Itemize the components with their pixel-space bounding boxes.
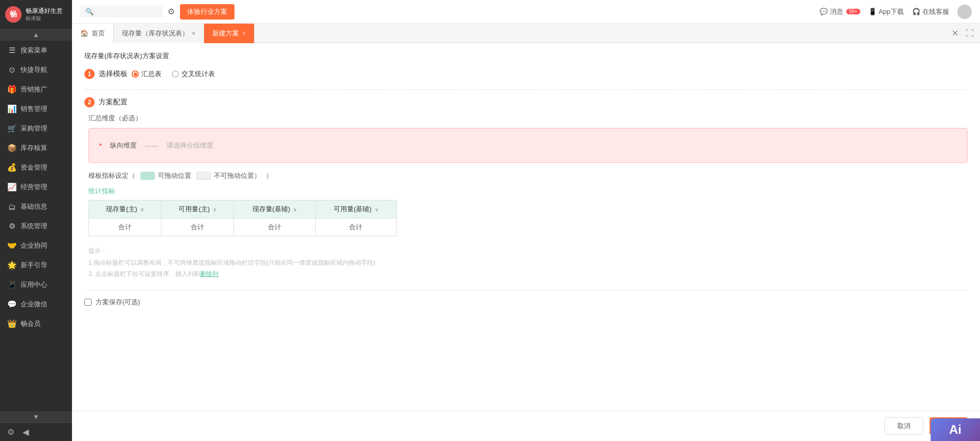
th-current-qty-main[interactable]: 现存量(主) ∨ <box>89 200 161 218</box>
tab-inventory-status[interactable]: 现存量（库存状况表） × <box>114 24 204 43</box>
messages-item[interactable]: 💬 消息 99+ <box>820 7 860 16</box>
sidebar-item-system[interactable]: ⚙ 系统管理 <box>0 216 72 236</box>
radio-crosstab[interactable]: 交叉统计表 <box>172 69 215 79</box>
topbar-search-box[interactable]: 🔍 <box>80 6 162 17</box>
section-scheme-config: 2 方案配置 汇总维度（必选） * 纵向维度 —— 请选择分组维度 模板指标设定… <box>84 97 968 280</box>
cancel-button[interactable]: 取消 <box>884 417 923 435</box>
trial-button[interactable]: 体验行业方案 <box>180 4 234 20</box>
marketing-icon: 🎁 <box>7 85 16 94</box>
section2-title: 方案配置 <box>99 98 128 107</box>
not-draggable-box <box>196 172 211 180</box>
th-available-qty-aux-chevron[interactable]: ∨ <box>375 207 378 212</box>
sidebar-item-finance[interactable]: 💰 资金管理 <box>0 158 72 177</box>
th-available-qty-aux[interactable]: 可用量(基辅) ∨ <box>315 200 396 218</box>
summary-dimension-label: 汇总维度（必选） <box>88 114 968 123</box>
sidebar-item-marketing[interactable]: 🎁 营销推广 <box>0 80 72 99</box>
tab-inventory-status-label: 现存量（库存状况表） <box>122 29 189 38</box>
radio-summary-table[interactable]: 汇总表 <box>132 69 161 79</box>
app-download-item[interactable]: 📱 App下载 <box>868 7 904 16</box>
ai-badge[interactable]: Ai <box>931 418 980 441</box>
messages-badge: 99+ <box>846 9 860 14</box>
indicator-setting-label: 模板指标设定（ <box>88 171 135 180</box>
sidebar: 畅 畅康通好生意 标准版 ▲ ☰ 搜索菜单 ⊙ 快捷导航 🎁 营销推广 📊 销售… <box>0 0 72 441</box>
stats-table: 现存量(主) ∨ 可用量(主) ∨ <box>88 200 397 236</box>
th-available-qty-main-chevron[interactable]: ∨ <box>213 207 216 212</box>
topbar-gear-icon[interactable]: ⚙ <box>168 7 175 16</box>
sidebar-item-label: 经营管理 <box>21 182 47 192</box>
sidebar-item-search-menu[interactable]: ☰ 搜索菜单 <box>0 41 72 60</box>
sidebar-item-cooperation[interactable]: 🤝 企业协同 <box>0 236 72 255</box>
draggable-label: 可拖动位置 <box>158 171 191 180</box>
delete-column-link[interactable]: 删除列 <box>200 270 219 278</box>
inventory-icon: 📦 <box>7 143 16 153</box>
tab-inventory-status-close[interactable]: × <box>192 30 195 37</box>
user-avatar[interactable] <box>957 5 972 19</box>
dimension-dash: —— <box>145 142 158 150</box>
tab-new-scheme[interactable]: 新建方案 × <box>204 24 255 43</box>
sidebar-item-inventory[interactable]: 📦 库存核算 <box>0 138 72 158</box>
section2-header: 2 方案配置 <box>84 97 968 107</box>
sidebar-item-label: 畅会员 <box>21 319 41 328</box>
sidebar-item-wechat[interactable]: 💬 企业微信 <box>0 295 72 314</box>
tab-new-scheme-label: 新建方案 <box>212 29 239 38</box>
save-row: 方案保存(可选) <box>84 290 968 307</box>
th-current-qty-main-chevron[interactable]: ∨ <box>140 207 144 212</box>
td-available-qty-aux-total: 合计 <box>315 218 396 236</box>
section2-body: 汇总维度（必选） * 纵向维度 —— 请选择分组维度 模板指标设定（ 可拖动位置 <box>84 114 968 280</box>
collapse-sidebar-icon[interactable]: ◀ <box>23 427 29 437</box>
sidebar-item-label: 库存核算 <box>21 143 47 153</box>
radio-crosstab-label: 交叉统计表 <box>182 69 215 79</box>
tab-home[interactable]: 🏠 首页 <box>72 24 114 43</box>
section1-title: 选择模板 <box>99 69 128 79</box>
dimension-area: * 纵向维度 —— 请选择分组维度 <box>88 128 968 163</box>
save-scheme-checkbox[interactable] <box>84 299 92 306</box>
sidebar-footer: ⚙ ◀ <box>0 422 72 441</box>
sidebar-scroll-down[interactable]: ▼ <box>0 411 72 422</box>
sidebar-item-purchase[interactable]: 🛒 采购管理 <box>0 119 72 138</box>
sidebar-item-onboarding[interactable]: 🌟 新手引导 <box>0 255 72 275</box>
tabs-bar: 🏠 首页 现存量（库存状况表） × 新建方案 × ✕ ⛶ <box>72 24 980 43</box>
app-center-icon: 📱 <box>7 280 16 289</box>
tab-home-label: 首页 <box>92 29 105 38</box>
logo-text-block: 畅康通好生意 标准版 <box>26 7 63 23</box>
membership-icon: 👑 <box>7 319 16 328</box>
settings-icon[interactable]: ⚙ <box>7 427 14 437</box>
app-name: 畅康通好生意 <box>26 7 63 15</box>
stats-section-label: 统计指标 <box>88 187 968 196</box>
purchase-icon: 🛒 <box>7 124 16 133</box>
search-input[interactable] <box>97 8 157 15</box>
th-available-qty-main[interactable]: 可用量(主) ∨ <box>161 200 234 218</box>
sidebar-item-sales[interactable]: 📊 销售管理 <box>0 99 72 119</box>
sidebar-item-operations[interactable]: 📈 经营管理 <box>0 177 72 197</box>
topbar: 🔍 ⚙ 体验行业方案 💬 消息 99+ 📱 App下载 🎧 在线客服 <box>72 0 980 24</box>
th-current-qty-aux[interactable]: 现存量(基辅) ∨ <box>234 200 315 218</box>
wechat-icon: 💬 <box>7 300 16 309</box>
sidebar-item-basic-info[interactable]: 🗂 基础信息 <box>0 197 72 216</box>
save-scheme-label: 方案保存(可选) <box>96 298 140 307</box>
sidebar-item-label: 资金管理 <box>21 163 47 172</box>
window-expand-btn[interactable]: ⛶ <box>964 28 976 39</box>
cooperation-icon: 🤝 <box>7 241 16 250</box>
operations-icon: 📈 <box>7 182 16 192</box>
messages-label: 消息 <box>830 7 843 16</box>
sales-icon: 📊 <box>7 104 16 114</box>
headset-icon: 🎧 <box>912 8 920 15</box>
dimension-placeholder: 请选择分组维度 <box>167 141 213 150</box>
sidebar-nav: ☰ 搜索菜单 ⊙ 快捷导航 🎁 营销推广 📊 销售管理 🛒 采购管理 📦 库存核… <box>0 41 72 411</box>
section1-number: 1 <box>84 69 95 79</box>
th-current-qty-main-label: 现存量(主) <box>106 205 137 214</box>
sidebar-scroll-up[interactable]: ▲ <box>0 29 72 41</box>
window-close-btn[interactable]: ✕ <box>950 27 960 39</box>
sidebar-item-label: 采购管理 <box>21 124 47 133</box>
topbar-right: 💬 消息 99+ 📱 App下载 🎧 在线客服 <box>820 5 972 19</box>
sidebar-item-app-center[interactable]: 📱 应用中心 <box>0 275 72 295</box>
tips-item-2: 2. 点击标题栏下拉可设置排序、插入列和删除列 <box>88 269 968 280</box>
sidebar-item-quick-nav[interactable]: ⊙ 快捷导航 <box>0 60 72 80</box>
not-draggable-label: 不可拖动位置） <box>214 171 261 180</box>
sidebar-item-membership[interactable]: 👑 畅会员 <box>0 314 72 334</box>
table-row: 合计 合计 合计 合计 <box>89 218 397 236</box>
customer-service-item[interactable]: 🎧 在线客服 <box>912 7 949 16</box>
th-current-qty-aux-chevron[interactable]: ∨ <box>293 207 297 212</box>
tab-new-scheme-close[interactable]: × <box>242 30 246 37</box>
footer-bar: 取消 查询 <box>72 411 980 441</box>
